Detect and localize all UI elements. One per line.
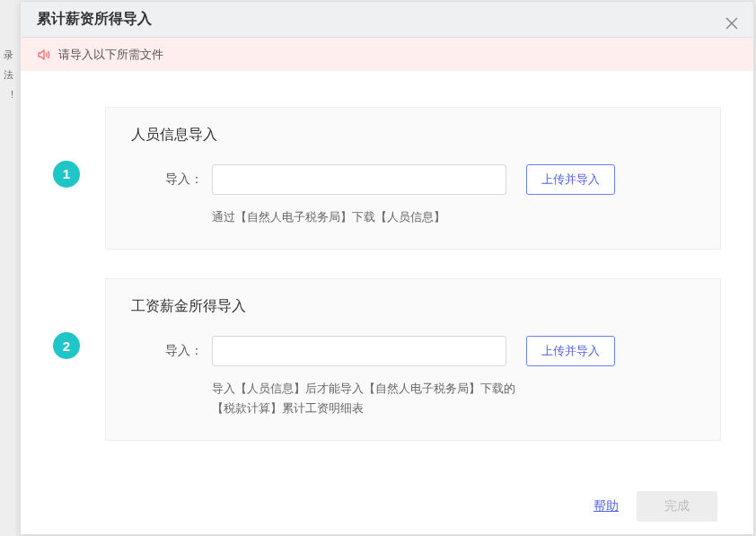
step-hint: 导入【人员信息】后才能导入【自然人电子税务局】下载的【税款计算】累计工资明细表 — [212, 379, 517, 418]
step-card-personnel: 人员信息导入 导入： 上传并导入 通过【自然人电子税务局】下载【人员信息】 — [105, 107, 721, 250]
step-form-row: 导入： 上传并导入 — [158, 164, 695, 195]
step-card-salary: 工资薪金所得导入 导入： 上传并导入 导入【人员信息】后才能导入【自然人电子税务… — [105, 278, 721, 441]
close-icon — [725, 17, 738, 30]
alert-text: 请导入以下所需文件 — [58, 47, 163, 63]
salary-file-input[interactable] — [212, 336, 506, 366]
upload-import-button-personnel[interactable]: 上传并导入 — [526, 164, 615, 195]
step-badge-2: 2 — [53, 332, 80, 359]
alert-banner: 请导入以下所需文件 — [21, 38, 753, 71]
step-form-row: 导入： 上传并导入 — [158, 336, 695, 366]
step-title: 工资薪金所得导入 — [131, 297, 695, 316]
modal-title: 累计薪资所得导入 — [37, 10, 152, 29]
import-modal: 累计薪资所得导入 请导入以下所需文件 1 人员信息导入 导入： 上传并导入 — [20, 1, 754, 535]
modal-header: 累计薪资所得导入 — [21, 2, 753, 38]
step-title: 人员信息导入 — [131, 126, 695, 145]
modal-footer: 帮助 完成 — [21, 488, 753, 534]
step-row-1: 1 人员信息导入 导入： 上传并导入 通过【自然人电子税务局】下载【人员信息】 — [53, 107, 721, 250]
step-row-2: 2 工资薪金所得导入 导入： 上传并导入 导入【人员信息】后才能导入【自然人电子… — [53, 278, 721, 441]
upload-import-button-salary[interactable]: 上传并导入 — [526, 336, 615, 366]
modal-body: 1 人员信息导入 导入： 上传并导入 通过【自然人电子税务局】下载【人员信息】 … — [21, 71, 753, 488]
step-hint: 通过【自然人电子税务局】下载【人员信息】 — [212, 207, 517, 227]
close-button[interactable] — [721, 13, 743, 34]
import-label: 导入： — [158, 171, 203, 188]
import-label: 导入： — [158, 343, 203, 359]
speaker-icon — [37, 48, 51, 62]
step-badge-1: 1 — [53, 161, 80, 188]
finish-button[interactable]: 完成 — [637, 491, 717, 522]
help-link[interactable]: 帮助 — [593, 498, 619, 514]
background-faint-text: 录法 ! — [0, 45, 13, 135]
personnel-file-input[interactable] — [212, 164, 506, 195]
